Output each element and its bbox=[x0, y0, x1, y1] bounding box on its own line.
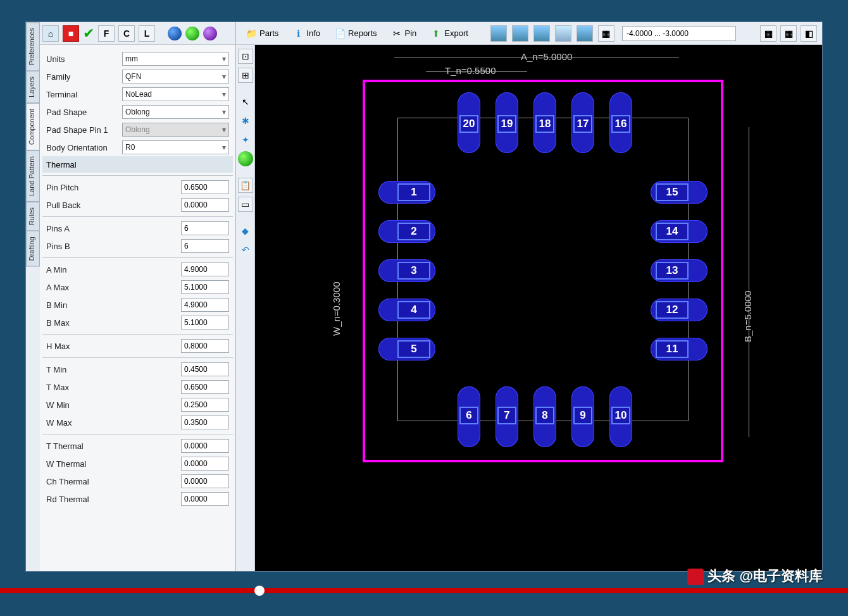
reports-button[interactable]: 📄Reports bbox=[330, 25, 382, 42]
approve-icon[interactable] bbox=[238, 151, 253, 166]
t-min-input[interactable] bbox=[181, 362, 229, 376]
pad-13[interactable]: 13 bbox=[651, 259, 708, 282]
paste-icon[interactable]: ▭ bbox=[238, 197, 253, 212]
pad-20[interactable]: 20 bbox=[458, 92, 480, 153]
pad-label: 12 bbox=[656, 301, 689, 319]
w-thermal-label: W Thermal bbox=[46, 459, 122, 469]
grid-icon[interactable]: ⊞ bbox=[238, 68, 253, 83]
units-select[interactable]: mm bbox=[122, 52, 229, 66]
rd-thermal-input[interactable] bbox=[181, 492, 229, 506]
check-icon[interactable]: ✔ bbox=[83, 25, 94, 42]
pad-5[interactable]: 5 bbox=[378, 338, 435, 360]
pointer-icon[interactable]: ↖ bbox=[238, 94, 253, 109]
ball-purple-icon[interactable] bbox=[203, 27, 217, 40]
pad-11[interactable]: 11 bbox=[651, 338, 708, 360]
view3-icon[interactable] bbox=[533, 25, 550, 42]
b-max-input[interactable] bbox=[181, 316, 229, 330]
b-min-input[interactable] bbox=[181, 298, 229, 312]
export-button[interactable]: ⬆Export bbox=[426, 25, 473, 42]
parts-button[interactable]: 📁Parts bbox=[241, 25, 283, 42]
t-thermal-input[interactable] bbox=[181, 439, 229, 453]
clipboard-icon[interactable]: 📋 bbox=[238, 178, 253, 193]
pad-6[interactable]: 6 bbox=[458, 386, 480, 447]
view6-icon[interactable]: ▦ bbox=[598, 25, 614, 42]
pin-pitch-input[interactable] bbox=[181, 180, 229, 194]
a-min-input[interactable] bbox=[181, 262, 229, 276]
b-min-label: B Min bbox=[46, 300, 122, 310]
pad-label: 17 bbox=[573, 115, 592, 133]
ball-green-icon[interactable] bbox=[185, 27, 199, 40]
pad-10[interactable]: 10 bbox=[609, 386, 632, 447]
watermark-logo-icon bbox=[687, 569, 704, 585]
stop-icon[interactable]: ■ bbox=[63, 25, 79, 42]
body-orientation-select[interactable]: R0 bbox=[122, 140, 229, 154]
side-tab-drafting[interactable]: Drafting bbox=[26, 231, 40, 267]
w-max-input[interactable] bbox=[181, 416, 229, 429]
side-tab-preferences[interactable]: Preferences bbox=[26, 22, 40, 71]
w-thermal-input[interactable] bbox=[181, 457, 229, 471]
terminal-select[interactable]: NoLead bbox=[122, 87, 229, 101]
a-min-label: A Min bbox=[46, 265, 122, 274]
c-button[interactable]: C bbox=[118, 25, 135, 42]
view4-icon[interactable] bbox=[555, 25, 571, 42]
terminal-label: Terminal bbox=[46, 90, 122, 99]
coordinate-display: -4.0000 ... -3.0000 bbox=[622, 26, 736, 41]
l-button[interactable]: L bbox=[139, 25, 155, 42]
pad-9[interactable]: 9 bbox=[571, 386, 594, 447]
pad-14[interactable]: 14 bbox=[651, 220, 708, 243]
pad-3[interactable]: 3 bbox=[378, 259, 435, 282]
pins-a-label: Pins A bbox=[46, 224, 122, 233]
pad-shape-select[interactable]: Oblong bbox=[122, 105, 229, 119]
pad-2[interactable]: 2 bbox=[378, 220, 435, 243]
t-max-label: T Max bbox=[46, 383, 122, 392]
view1-icon[interactable] bbox=[490, 25, 507, 42]
f-button[interactable]: F bbox=[98, 25, 115, 42]
pin-button[interactable]: ✂Pin bbox=[387, 25, 421, 42]
view5-icon[interactable] bbox=[577, 25, 593, 42]
home-icon[interactable]: ⌂ bbox=[42, 25, 59, 42]
ch-thermal-input[interactable] bbox=[181, 474, 229, 488]
package-body bbox=[397, 118, 689, 421]
side-tab-layers[interactable]: Layers bbox=[26, 71, 40, 103]
pad-17[interactable]: 17 bbox=[571, 92, 594, 153]
pad-18[interactable]: 18 bbox=[533, 92, 556, 153]
gear-icon[interactable]: ✱ bbox=[238, 113, 253, 128]
pad-12[interactable]: 12 bbox=[651, 299, 708, 321]
video-progress-knob[interactable] bbox=[254, 586, 265, 596]
pad-8[interactable]: 8 bbox=[533, 386, 556, 447]
side-tab-land-pattern[interactable]: Land Pattern bbox=[26, 151, 40, 202]
side-tab-rules[interactable]: Rules bbox=[26, 202, 40, 231]
wand-icon[interactable]: ✦ bbox=[238, 132, 253, 147]
pad-label: 9 bbox=[573, 407, 592, 424]
t-max-input[interactable] bbox=[181, 380, 229, 394]
a-max-input[interactable] bbox=[181, 280, 229, 294]
pad-16[interactable]: 16 bbox=[609, 92, 632, 153]
w-min-input[interactable] bbox=[181, 398, 229, 412]
diamond-icon[interactable]: ◆ bbox=[238, 223, 253, 238]
side-tab-component[interactable]: Component bbox=[26, 103, 40, 151]
pad-15[interactable]: 15 bbox=[651, 181, 708, 204]
undo-icon[interactable]: ↶ bbox=[238, 242, 253, 257]
pad-4[interactable]: 4 bbox=[378, 299, 435, 321]
fit-icon[interactable]: ⊡ bbox=[238, 49, 253, 64]
pins-a-input[interactable] bbox=[181, 221, 229, 235]
pad-7[interactable]: 7 bbox=[496, 386, 518, 447]
pad-19[interactable]: 19 bbox=[496, 92, 518, 153]
pad-1[interactable]: 1 bbox=[378, 181, 435, 204]
right-icon-3[interactable]: ◧ bbox=[801, 25, 817, 42]
footprint-canvas[interactable]: A_n=5.0000 T_n=0.5500 W_n=0.3000 B_n=5.0… bbox=[255, 45, 822, 571]
h-max-input[interactable] bbox=[181, 339, 229, 353]
right-icon-1[interactable]: ▦ bbox=[760, 25, 776, 42]
video-progress-bar[interactable] bbox=[0, 588, 848, 593]
pad-label: 13 bbox=[656, 262, 689, 280]
view2-icon[interactable] bbox=[512, 25, 528, 42]
pins-b-input[interactable] bbox=[181, 239, 229, 253]
info-button[interactable]: ℹInfo bbox=[288, 25, 325, 42]
pad-shape-pin1-select[interactable]: Oblong bbox=[122, 123, 229, 137]
ball-blue-icon[interactable] bbox=[168, 27, 182, 40]
right-icon-2[interactable]: ▦ bbox=[780, 25, 797, 42]
pull-back-input[interactable] bbox=[181, 198, 229, 212]
pad-label: 7 bbox=[497, 407, 516, 424]
family-select[interactable]: QFN bbox=[122, 70, 229, 83]
rd-thermal-label: Rd Thermal bbox=[46, 495, 122, 504]
